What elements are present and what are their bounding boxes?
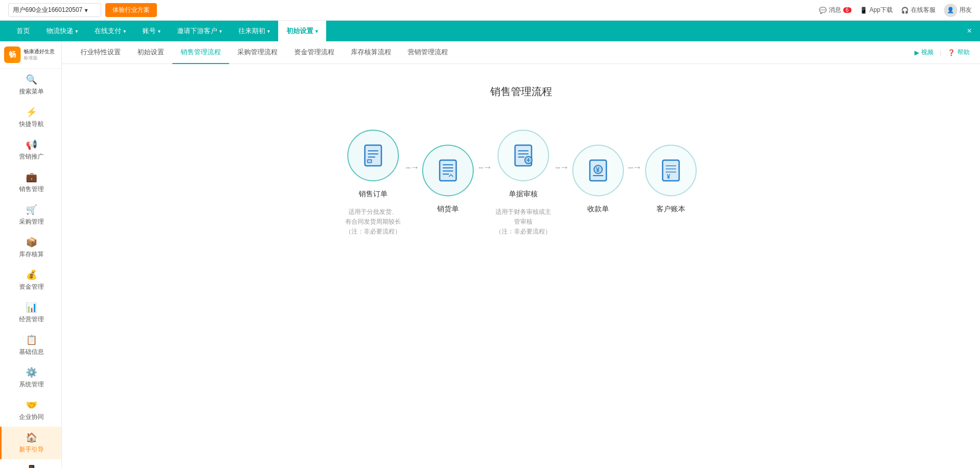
sidebar-item-finance[interactable]: 💰 资金管理 xyxy=(0,264,61,297)
lightning-icon: ⚡ xyxy=(26,106,37,118)
mobile-icon: 📱 xyxy=(26,464,37,468)
sidebar-item-label: 销售管理 xyxy=(19,185,44,194)
user-avatar-item[interactable]: 👤 用友 xyxy=(944,4,972,17)
sidebar-item-search[interactable]: 🔍 搜索菜单 xyxy=(0,69,61,101)
clipboard-icon: 📋 xyxy=(26,334,37,346)
home-icon: 🏠 xyxy=(26,432,37,443)
subtab-purchase-flow[interactable]: 采购管理流程 xyxy=(229,41,286,64)
flow-arrow-3: ···→ xyxy=(555,162,568,173)
logo-text: 畅康通好生意 xyxy=(24,48,55,55)
message-icon: 💬 xyxy=(819,7,827,14)
sub-tabs-right: ▶ 视频 | ❓ 帮助 xyxy=(914,48,970,57)
sidebar-item-label: 采购管理 xyxy=(19,217,44,226)
service-item[interactable]: 🎧 在线客服 xyxy=(901,6,936,14)
flow-step-sales-invoice[interactable]: 销货单 xyxy=(422,145,474,222)
sidebar-item-inventory[interactable]: 📦 库存核算 xyxy=(0,231,61,264)
sidebar-item-purchase[interactable]: 🛒 采购管理 xyxy=(0,199,61,231)
subtab-sales-flow[interactable]: 销售管理流程 xyxy=(172,41,229,64)
message-badge: 6 xyxy=(843,7,852,13)
step-desc: 适用于分批发货、有合同发货周期较长（注：非必要流程） xyxy=(345,207,401,237)
flow-container: 销售订单 适用于分批发货、有合同发货周期较长（注：非必要流程） ···→ xyxy=(93,130,949,237)
nav-payment[interactable]: 在线支付 ▾ xyxy=(86,21,134,41)
subtab-marketing-flow[interactable]: 营销管理流程 xyxy=(399,41,456,64)
sidebar-item-operations[interactable]: 📊 经营管理 xyxy=(0,297,61,329)
help-button[interactable]: ❓ 帮助 xyxy=(947,48,970,57)
step-label: 销货单 xyxy=(437,205,459,214)
subtab-industry[interactable]: 行业特性设置 xyxy=(72,41,129,64)
sidebar-item-marketing[interactable]: 📢 营销推广 xyxy=(0,134,61,166)
app-label: App下载 xyxy=(870,6,893,14)
sidebar: 畅 畅康通好生意 标准版 🔍 搜索菜单 ⚡ 快捷导航 📢 营销推广 💼 销售管理… xyxy=(0,41,62,468)
user-name: 用友 xyxy=(959,6,972,14)
svg-rect-21 xyxy=(663,160,679,181)
service-label: 在线客服 xyxy=(911,6,936,14)
svg-text:¥: ¥ xyxy=(667,173,670,180)
nav-init-settings[interactable]: 初始设置 ▾ xyxy=(278,21,326,41)
nav-home[interactable]: 首页 xyxy=(8,21,38,41)
nav-close-button[interactable]: × xyxy=(959,26,980,36)
sidebar-item-label: 经营管理 xyxy=(19,315,44,324)
message-item[interactable]: 💬 消息 6 xyxy=(819,6,852,14)
trial-button[interactable]: 体验行业方案 xyxy=(105,3,157,17)
nav-account[interactable]: 账号 ▾ xyxy=(134,21,169,41)
step-label: 收款单 xyxy=(587,205,609,214)
sidebar-item-guide[interactable]: 🏠 新手引导 xyxy=(0,427,61,459)
subtab-init[interactable]: 初始设置 xyxy=(129,41,172,64)
chevron-icon: ▾ xyxy=(75,28,78,34)
step-label: 单据审核 xyxy=(509,190,538,199)
top-bar-left: 用户690企业1660120507 ▾ 体验行业方案 xyxy=(8,3,157,17)
sidebar-item-label: 系统管理 xyxy=(19,380,44,389)
sidebar-item-label: 快捷导航 xyxy=(19,120,44,129)
user-selector[interactable]: 用户690企业1660120507 ▾ xyxy=(8,3,101,17)
sidebar-item-sales[interactable]: 💼 销售管理 xyxy=(0,166,61,199)
chevron-icon: ▾ xyxy=(219,28,222,34)
briefcase-icon: 💼 xyxy=(26,171,37,183)
subtab-inventory-flow[interactable]: 库存核算流程 xyxy=(343,41,399,64)
subtab-finance-flow[interactable]: 资金管理流程 xyxy=(286,41,343,64)
sidebar-item-system[interactable]: ⚙️ 系统管理 xyxy=(0,362,61,394)
step-label: 客户账本 xyxy=(656,205,685,214)
avatar: 👤 xyxy=(944,4,957,17)
user-label: 用户690企业1660120507 xyxy=(13,6,83,14)
chevron-icon: ▾ xyxy=(123,28,126,34)
sidebar-item-label: 资金管理 xyxy=(19,283,44,291)
process-area: 销售管理流程 销售订单 适用于分批发货、有合同发货周期较长（ xyxy=(62,64,980,258)
nav-invite[interactable]: 邀请下游客户 ▾ xyxy=(169,21,230,41)
content-area: 行业特性设置 初始设置 销售管理流程 采购管理流程 资金管理流程 库存核算流程 xyxy=(62,41,980,468)
step-circle-review xyxy=(497,130,549,181)
app-download-item[interactable]: 📱 App下载 xyxy=(860,6,893,14)
sub-tabs-left: 行业特性设置 初始设置 销售管理流程 采购管理流程 资金管理流程 库存核算流程 xyxy=(72,41,456,64)
main-nav: 首页 物流快递 ▾ 在线支付 ▾ 账号 ▾ 邀请下游客户 ▾ 往来期初 ▾ 初始… xyxy=(0,21,980,41)
sidebar-item-label: 库存核算 xyxy=(19,250,44,259)
chart-icon: 📊 xyxy=(26,302,37,313)
flow-step-receipt[interactable]: ¥ 收款单 xyxy=(572,145,624,222)
top-bar-right: 💬 消息 6 📱 App下载 🎧 在线客服 👤 用友 xyxy=(819,4,972,17)
flow-step-customer-ledger[interactable]: ¥ 客户账本 xyxy=(645,145,697,222)
cart-icon: 🛒 xyxy=(26,204,37,215)
main-layout: 畅 畅康通好生意 标准版 🔍 搜索菜单 ⚡ 快捷导航 📢 营销推广 💼 销售管理… xyxy=(0,41,980,468)
flow-step-sales-order[interactable]: 销售订单 适用于分批发货、有合同发货周期较长（注：非必要流程） xyxy=(345,130,401,237)
sidebar-item-label: 新手引导 xyxy=(19,445,44,454)
phone-icon: 📱 xyxy=(860,7,867,14)
step-label: 销售订单 xyxy=(359,190,388,199)
gear-icon: ⚙️ xyxy=(26,367,37,378)
chevron-icon: ▾ xyxy=(315,28,318,34)
nav-period[interactable]: 往来期初 ▾ xyxy=(230,21,278,41)
sidebar-item-quicknav[interactable]: ⚡ 快捷导航 xyxy=(0,101,61,134)
megaphone-icon: 📢 xyxy=(26,139,37,150)
video-help-button[interactable]: ▶ 视频 xyxy=(914,48,934,57)
step-circle-sales-order xyxy=(347,130,399,181)
sidebar-item-basicinfo[interactable]: 📋 基础信息 xyxy=(0,329,61,362)
logo-icon: 畅 xyxy=(4,46,21,63)
flow-step-review[interactable]: 单据审核 适用于财务审核或主管审核（注：非必要流程） xyxy=(495,130,551,237)
sidebar-item-enterprise[interactable]: 🤝 企业协同 xyxy=(0,394,61,427)
sidebar-item-appscenter[interactable]: 📱 应用中心 xyxy=(0,459,61,468)
process-title: 销售管理流程 xyxy=(93,85,949,99)
message-label: 消息 xyxy=(829,6,841,14)
nav-logistics[interactable]: 物流快递 ▾ xyxy=(38,21,86,41)
step-circle-receipt: ¥ xyxy=(572,145,624,196)
question-icon: ❓ xyxy=(947,49,955,56)
flow-arrow-2: ···→ xyxy=(478,162,491,173)
svg-rect-4 xyxy=(367,160,372,163)
sub-tabs: 行业特性设置 初始设置 销售管理流程 采购管理流程 资金管理流程 库存核算流程 xyxy=(62,41,980,64)
